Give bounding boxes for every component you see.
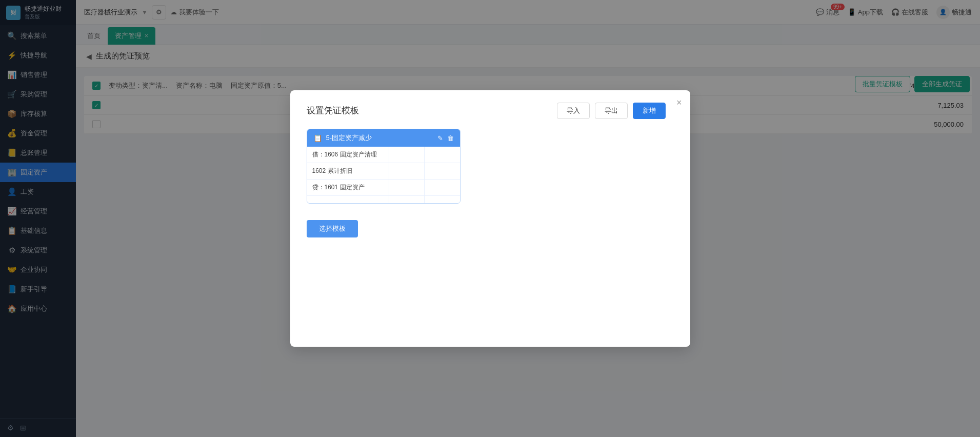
template-card-header: 📋 5-固定资产减少 ✎ 🗑 [307, 129, 460, 147]
template-actions: ✎ 🗑 [437, 134, 454, 142]
template-row [307, 196, 460, 203]
template-cell-credit-3 [425, 196, 460, 203]
modal-toolbar: 导入 导出 新增 [557, 103, 666, 119]
modal-overlay[interactable]: 设置凭证模板 导入 导出 新增 × 📋 5-固定资产减少 ✎ 🗑 借：1606 … [0, 0, 980, 437]
template-cell-debit-2 [389, 180, 425, 195]
template-title: 5-固定资产减少 [326, 133, 433, 143]
import-btn[interactable]: 导入 [557, 103, 590, 119]
new-btn[interactable]: 新增 [633, 103, 666, 119]
template-row: 贷：1601 固定资产 [307, 180, 460, 196]
template-row: 1602 累计折旧 [307, 163, 460, 180]
template-cell-account-2: 贷：1601 固定资产 [307, 180, 389, 195]
template-cell-account-3 [307, 196, 389, 203]
template-card: 📋 5-固定资产减少 ✎ 🗑 借：1606 固定资产清理 1602 累计折旧 贷… [307, 129, 461, 204]
export-btn[interactable]: 导出 [595, 103, 628, 119]
template-cell-debit-1 [389, 163, 425, 179]
template-delete-icon[interactable]: 🗑 [447, 134, 454, 142]
template-cell-credit-2 [425, 180, 460, 195]
template-card-body: 借：1606 固定资产清理 1602 累计折旧 贷：1601 固定资产 [307, 147, 460, 203]
select-template-btn[interactable]: 选择模板 [307, 220, 358, 237]
template-cell-credit-1 [425, 163, 460, 179]
template-cell-credit-0 [425, 147, 460, 163]
template-cell-debit-0 [389, 147, 425, 163]
template-edit-icon[interactable]: ✎ [437, 134, 443, 142]
template-cell-account-0: 借：1606 固定资产清理 [307, 147, 389, 163]
select-template-container: 选择模板 [307, 216, 674, 237]
modal-dialog: 设置凭证模板 导入 导出 新增 × 📋 5-固定资产减少 ✎ 🗑 借：1606 … [290, 90, 690, 347]
template-cell-debit-3 [389, 196, 425, 203]
modal-close-btn[interactable]: × [676, 97, 682, 108]
template-cell-account-1: 1602 累计折旧 [307, 163, 389, 179]
template-icon: 📋 [313, 134, 322, 142]
template-row: 借：1606 固定资产清理 [307, 147, 460, 163]
